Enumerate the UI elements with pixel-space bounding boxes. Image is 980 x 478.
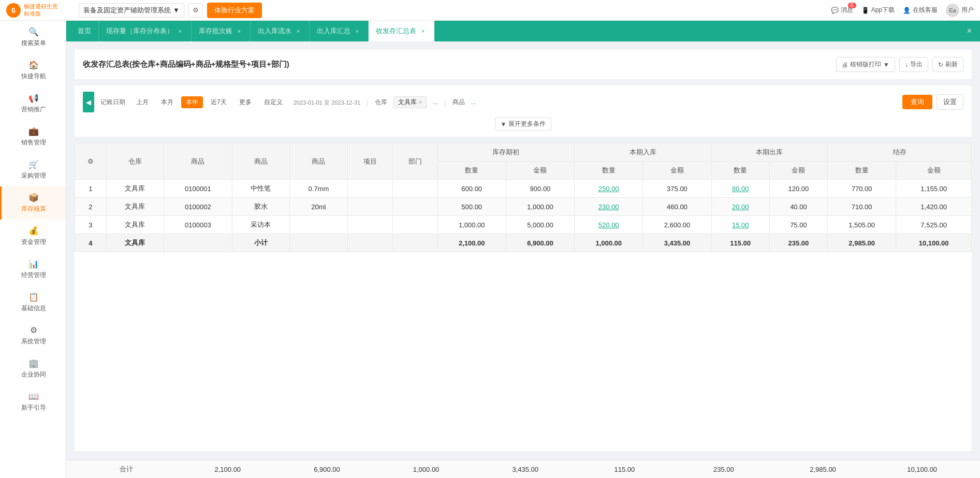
user-button[interactable]: Ea 用户 (946, 4, 974, 17)
tab-home[interactable]: 首页 (70, 21, 99, 41)
table-row-opening-amt: 900.00 (506, 180, 574, 198)
sidebar-item-label: 基础信息 (21, 304, 46, 313)
table-row-in-qty[interactable]: 520.00 (575, 216, 643, 234)
footer-total-label: 合计 (75, 465, 178, 474)
opening-group-header: 库存期初 (437, 143, 575, 162)
table-row-in-qty[interactable]: 250.00 (575, 180, 643, 198)
query-button[interactable]: 查询 (902, 95, 932, 109)
settings-button-filter[interactable]: 设置 (937, 94, 963, 110)
sidebar-item-system[interactable]: ⚙ 系统管理 (0, 319, 66, 352)
out-amt-header: 金额 (769, 162, 827, 180)
table-row-opening-qty: 2,100.00 (437, 234, 506, 252)
warehouse-tag-close[interactable]: × (419, 99, 422, 105)
table-settings-col[interactable]: ⚙ (75, 143, 107, 180)
footer-opening-amt: 6,900.00 (277, 466, 377, 473)
sales-icon: 💼 (28, 126, 39, 136)
user-avatar: Ea (946, 4, 959, 17)
tab-inout-flow-close[interactable]: × (295, 27, 302, 35)
tab-inout-summary[interactable]: 出入库汇总 × (310, 21, 369, 41)
table-row-goods-code: 0100003 (164, 216, 232, 234)
tab-inout-summary-close[interactable]: × (354, 27, 361, 35)
data-table: ⚙ 仓库 商品 商品 商品 项目 部门 库存期初 本期入库 本期出库 结存 (75, 143, 972, 252)
tab-recv-send-close[interactable]: × (419, 27, 427, 35)
sidebar-item-label: 营销推广 (21, 105, 46, 114)
tab-stock-dist[interactable]: 现存量（库存分布表） × (99, 21, 192, 41)
date-btn-last-month[interactable]: 上月 (131, 96, 153, 108)
footer-out-qty: 115.00 (575, 466, 675, 473)
user-label: 用户 (961, 6, 974, 15)
app-download-button[interactable]: 📱 App下载 (861, 6, 895, 15)
table-row-warehouse: 文具库 (106, 198, 164, 216)
sidebar-item-quick-nav[interactable]: 🏠 快捷导航 (0, 54, 66, 87)
print-label: 核销版打印 (850, 60, 881, 69)
table-row-warehouse: 文具库 (106, 180, 164, 198)
date-btn-7days[interactable]: 近7天 (206, 96, 231, 108)
warehouse-tag: 文具库 × (393, 96, 427, 108)
warehouse-more-btn[interactable]: ... (433, 98, 438, 106)
table-row-out-qty[interactable]: 20.00 (711, 198, 769, 216)
online-service-button[interactable]: 👤 在线客服 (903, 6, 938, 15)
table-row-out-amt: 120.00 (769, 180, 827, 198)
table-row-opening-qty: 500.00 (437, 198, 506, 216)
tab-close-all[interactable]: × (963, 26, 976, 36)
system-title-dropdown[interactable]: 装备及固定资产辅助管理系统 ▼ (79, 3, 184, 18)
sidebar-item-label: 资金管理 (21, 238, 46, 247)
tab-stock-dist-close[interactable]: × (177, 27, 184, 35)
sidebar-item-guide[interactable]: 📖 新手引导 (0, 385, 66, 418)
sidebar-item-marketing[interactable]: 📢 营销推广 (0, 87, 66, 120)
table-row-goods-code: 0100001 (164, 180, 232, 198)
date-btn-more[interactable]: 更多 (235, 96, 256, 108)
filter-collapse-btn[interactable]: ◀ (83, 92, 94, 112)
tab-inout-summary-label: 出入库汇总 (317, 26, 350, 36)
expand-row: ▼ 展开更多条件 (83, 118, 963, 131)
home-icon: 🏠 (28, 60, 39, 70)
messages-button[interactable]: 💬 消息 6 (831, 6, 853, 15)
in-group-header: 本期入库 (575, 143, 712, 162)
table-row-goods-name: 小计 (232, 234, 290, 252)
date-btn-this-year[interactable]: 本年 (181, 96, 203, 108)
expand-conditions-btn[interactable]: ▼ 展开更多条件 (495, 118, 552, 131)
goods-more-btn[interactable]: ... (471, 98, 476, 106)
operations-icon: 📊 (28, 259, 39, 269)
footer-values: 2,100.00 6,900.00 1,000.00 3,435.00 115.… (178, 466, 972, 473)
sidebar-item-finance[interactable]: 💰 资金管理 (0, 220, 66, 253)
table-row-warehouse: 文具库 (106, 234, 164, 252)
date-btn-custom[interactable]: 自定义 (259, 96, 287, 108)
sidebar-item-enterprise[interactable]: 🏢 企业协同 (0, 352, 66, 385)
table-row-out-qty[interactable]: 15.00 (711, 216, 769, 234)
sidebar-item-inventory[interactable]: 📦 库存核算 (0, 186, 66, 220)
table-row-out-qty[interactable]: 80.00 (711, 180, 769, 198)
purchase-icon: 🛒 (28, 160, 39, 169)
table-row-in-qty[interactable]: 230.00 (575, 198, 643, 216)
table-row-project (348, 198, 393, 216)
content-area: 首页 现存量（库存分布表） × 库存批次账 × 出入库流水 × 出入库汇总 × … (66, 21, 980, 478)
settings-button[interactable]: ⚙ (188, 3, 203, 18)
sidebar-item-label: 新手引导 (21, 403, 46, 412)
sidebar-item-basic-info[interactable]: 📋 基础信息 (0, 286, 66, 319)
sidebar-item-label: 销售管理 (21, 138, 46, 147)
export-button[interactable]: ↓ 导出 (899, 57, 928, 72)
date-btn-this-month[interactable]: 本月 (156, 96, 178, 108)
sidebar-item-operations[interactable]: 📊 经营管理 (0, 253, 66, 286)
sidebar-item-purchase[interactable]: 🛒 采购管理 (0, 153, 66, 186)
tab-batch[interactable]: 库存批次账 × (192, 21, 251, 41)
table-row-opening-qty: 600.00 (437, 180, 506, 198)
finance-icon: 💰 (28, 226, 39, 236)
online-service-label: 在线客服 (913, 6, 938, 15)
table-row-department (392, 216, 437, 234)
sidebar-item-label: 企业协同 (21, 370, 46, 379)
table-row-goods-name: 中性笔 (232, 180, 290, 198)
export-label: 导出 (910, 60, 923, 69)
in-amt-header: 金额 (643, 162, 711, 180)
tab-batch-close[interactable]: × (236, 27, 243, 35)
date-range-display: 2023-01-01 至 2023-12-31 (294, 99, 361, 107)
table-row-opening-amt: 5,000.00 (506, 216, 574, 234)
tab-recv-send[interactable]: 收发存汇总表 × (369, 21, 434, 41)
refresh-button[interactable]: ↻ 刷新 (932, 57, 963, 72)
sidebar-item-sales[interactable]: 💼 销售管理 (0, 120, 66, 153)
print-button[interactable]: 🖨 核销版打印 ▼ (836, 57, 895, 72)
tab-inout-flow[interactable]: 出入库流水 × (251, 21, 310, 41)
sidebar-item-search[interactable]: 🔍 搜索菜单 (0, 21, 66, 54)
table-row-project (348, 234, 393, 252)
trial-button[interactable]: 体验行业方案 (207, 3, 262, 18)
